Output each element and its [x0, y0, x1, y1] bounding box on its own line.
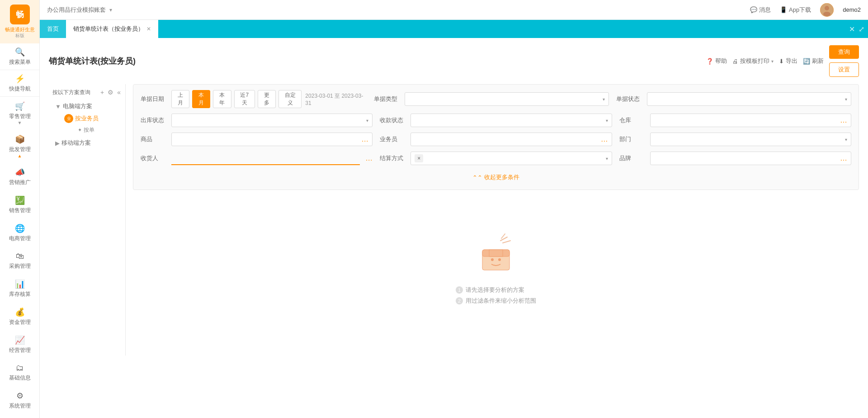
filter-row-2: 出库状态 ▾ 收款状态 ▾: [141, 114, 851, 127]
collapse-label: 收起更多条件: [484, 173, 519, 181]
receipt-status-select[interactable]: ▾: [410, 114, 612, 127]
tip-num-1: 1: [456, 286, 463, 294]
tab-expand-button[interactable]: ⤢: [859, 25, 864, 33]
refresh-button[interactable]: 🔄 刷新: [803, 57, 824, 65]
search-icon: 🔍: [15, 47, 25, 57]
tab-home[interactable]: 首页: [40, 20, 66, 38]
help-button[interactable]: ❓ 帮助: [706, 57, 727, 65]
sidebar-item-search[interactable]: 🔍 搜索菜单: [0, 43, 39, 70]
brand-select[interactable]: …: [650, 152, 851, 165]
collapse-button[interactable]: ⌃⌃ 收起更多条件: [141, 171, 851, 184]
add-scheme-button[interactable]: +: [99, 88, 105, 97]
payment-tag-close[interactable]: ×: [417, 155, 420, 162]
empty-tip-1: 1 请先选择要分析的方案: [456, 286, 536, 294]
operations-icon: 📈: [15, 335, 25, 345]
panel-collapse-button[interactable]: «: [116, 88, 122, 97]
receiver-dots[interactable]: …: [365, 154, 373, 162]
receiver-input[interactable]: [171, 152, 360, 165]
action-col: 查询 设置: [829, 45, 859, 77]
query-button[interactable]: 查询: [829, 45, 859, 59]
sidebar-item-quicknav[interactable]: ⚡ 快捷导航: [0, 70, 39, 97]
tab-sales-label: 销货单统计表（按业务员）: [73, 25, 144, 33]
app-download-button[interactable]: 📱 App下载: [780, 6, 811, 14]
tab-close-all-button[interactable]: ✕: [849, 25, 855, 33]
user-avatar[interactable]: [820, 3, 834, 17]
salesperson-scheme-label: 按业务员: [75, 114, 99, 123]
brand-dots[interactable]: …: [840, 154, 847, 162]
sidebar-item-basics[interactable]: 🗂 基础信息: [0, 359, 39, 386]
panel-tools: + ⚙ «: [99, 88, 122, 97]
warehouse-dots[interactable]: …: [840, 116, 847, 124]
basics-icon: 🗂: [16, 363, 24, 373]
scheme-group-mobile-header[interactable]: ▶ 移动端方案: [52, 137, 122, 149]
salesperson-dots[interactable]: …: [601, 135, 608, 143]
date-range: 2023-03-01 至 2023-03-31: [305, 92, 367, 106]
date-filter-col: 单据日期 上月 本月 本年 近7天 更多 自定义 2023-03-01 至 20…: [141, 90, 367, 108]
sidebar-item-purchase[interactable]: 🛍 采购管理: [0, 247, 39, 275]
tab-home-label: 首页: [47, 25, 59, 33]
filter-row-4: 收货人 … 结算方式 × ▾: [141, 152, 851, 165]
payment-arrow: ▾: [606, 156, 608, 161]
department-label: 部门: [619, 135, 646, 143]
print-button[interactable]: 🖨 按模板打印 ▾: [732, 57, 774, 65]
scheme-item-by-order[interactable]: ✦ 按单: [61, 125, 122, 135]
basics-label: 基础信息: [9, 374, 31, 382]
sidebar-item-finance[interactable]: 💰 资金管理: [0, 303, 39, 331]
warehouse-col: 仓库 …: [619, 114, 851, 127]
sidebar-item-inventory[interactable]: 📊 库存核算: [0, 275, 39, 303]
goods-select[interactable]: …: [171, 133, 373, 146]
svg-point-1: [825, 6, 829, 10]
warehouse-label: 仓库: [619, 116, 646, 124]
doc-type-select[interactable]: ▾: [405, 92, 609, 106]
brand-col: 品牌 …: [619, 152, 851, 165]
department-select[interactable]: ▾: [650, 133, 851, 146]
date-btn-custom[interactable]: 自定义: [278, 90, 302, 108]
doc-status-select[interactable]: ▾: [647, 92, 851, 106]
date-btn-this-year[interactable]: 本年: [213, 90, 231, 108]
settings-button[interactable]: 设置: [829, 62, 859, 77]
scheme-item-by-salesperson[interactable]: 业 按业务员: [61, 112, 122, 125]
payment-select[interactable]: × ▾: [410, 152, 612, 165]
sidebar-item-wholesale[interactable]: 📦 批发管理 ▲: [0, 130, 39, 163]
out-status-select[interactable]: ▾: [171, 114, 373, 127]
filter-row-3: 商品 … 业务员 …: [141, 133, 851, 146]
date-btn-more[interactable]: 更多: [258, 90, 276, 108]
message-icon: 💬: [750, 6, 757, 13]
export-button[interactable]: ⬇ 导出: [779, 57, 797, 65]
date-btn-last-month[interactable]: 上月: [171, 90, 189, 108]
department-col: 部门 ▾: [619, 133, 851, 146]
user-name[interactable]: demo2: [843, 6, 861, 13]
message-button[interactable]: 💬 消息: [750, 6, 771, 14]
purchase-label: 采购管理: [9, 262, 31, 270]
topbar-dropdown-icon[interactable]: ▾: [109, 7, 112, 13]
sidebar-item-system[interactable]: ⚙ 系统管理: [0, 386, 39, 414]
salesperson-label: 业务员: [380, 135, 407, 143]
pc-group-arrow: ▼: [55, 103, 61, 110]
salesperson-select[interactable]: …: [410, 133, 612, 146]
brand-label: 品牌: [619, 154, 646, 162]
sidebar-item-marketing[interactable]: 📣 营销推广: [0, 163, 39, 191]
empty-state: 1 请先选择要分析的方案 2 用过滤条件来缩小分析范围: [133, 195, 859, 344]
sidebar-item-operations[interactable]: 📈 经营管理: [0, 331, 39, 359]
sidebar-item-sales[interactable]: 💹 销售管理: [0, 191, 39, 219]
goods-dots[interactable]: …: [361, 135, 368, 143]
scheme-group-pc-header[interactable]: ▼ 电脑端方案: [52, 100, 122, 112]
topbar-left: 办公用品行业模拟账套 ▾: [47, 6, 112, 14]
main-body: 按以下方案查询 + ⚙ « ▼ 电脑端方案: [49, 84, 859, 356]
scheme-settings-button[interactable]: ⚙: [107, 88, 114, 97]
page-header: 销货单统计表(按业务员) ❓ 帮助 🖨 按模板打印 ▾ ⬇ 导出: [49, 45, 859, 77]
sidebar-item-collab[interactable]: 🤝 企业协同: [0, 414, 39, 418]
date-btn-7days[interactable]: 近7天: [234, 90, 255, 108]
tab-close-icon[interactable]: ✕: [146, 26, 151, 32]
warehouse-select[interactable]: …: [650, 114, 851, 127]
ecommerce-label: 电商管理: [9, 235, 31, 242]
export-icon: ⬇: [779, 58, 784, 65]
pc-group-label: 电脑端方案: [63, 102, 92, 110]
out-status-col: 出库状态 ▾: [141, 114, 373, 127]
tab-sales-stat[interactable]: 销货单统计表（按业务员） ✕: [66, 20, 158, 38]
sidebar-item-ecommerce[interactable]: 🌐 电商管理: [0, 219, 39, 247]
date-btn-this-month[interactable]: 本月: [192, 90, 210, 108]
sidebar-item-retail[interactable]: 🛒 零售管理 ▼: [0, 97, 39, 130]
retail-icon: 🛒: [15, 101, 25, 111]
svg-rect-5: [489, 250, 503, 256]
